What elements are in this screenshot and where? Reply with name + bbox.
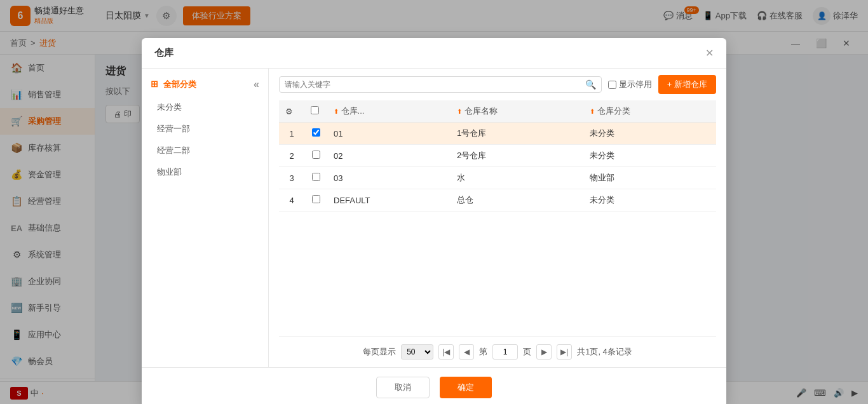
next-page-btn[interactable]: ▶ [536, 344, 552, 360]
table-row[interactable]: 1 01 1号仓库 未分类 [279, 123, 716, 145]
category-header: ⊞ 全部分类 « [142, 75, 268, 97]
row-code: 01 [327, 123, 451, 145]
pagination: 每页显示 50 100 200 |◀ ◀ 第 页 ▶ ▶| 共1页, 4条记录 [279, 336, 716, 367]
row-category: 未分类 [583, 189, 716, 212]
all-category-label[interactable]: 全部分类 [163, 79, 196, 89]
row-name: 1号仓库 [451, 123, 583, 145]
row-name: 总仓 [451, 189, 583, 212]
per-page-select[interactable]: 50 100 200 [401, 344, 433, 360]
row-name: 2号仓库 [451, 145, 583, 167]
table-panel: 🔍 显示停用 + 新增仓库 ⚙ ⬆ 仓 [269, 69, 726, 367]
table-body: 1 01 1号仓库 未分类 2 02 2号仓库 未分类 3 03 水 物业部 4… [279, 123, 716, 212]
table-row[interactable]: 3 03 水 物业部 [279, 167, 716, 189]
sort-icon-cat: ⬆ [590, 108, 595, 115]
table-row[interactable]: 4 DEFAULT 总仓 未分类 [279, 189, 716, 212]
row-num: 3 [279, 167, 304, 189]
warehouse-table: ⚙ ⬆ 仓库... ⬆ 仓库名称 ⬆ [279, 100, 716, 212]
category-panel: ⊞ 全部分类 « 未分类 经营一部 经营二部 物业部 [142, 69, 269, 367]
table-container: ⚙ ⬆ 仓库... ⬆ 仓库名称 ⬆ [279, 100, 716, 332]
row-code: DEFAULT [327, 189, 451, 212]
row-checkbox[interactable] [304, 189, 327, 212]
table-row[interactable]: 2 02 2号仓库 未分类 [279, 145, 716, 167]
row-checkbox[interactable] [304, 123, 327, 145]
row-num: 2 [279, 145, 304, 167]
row-category: 物业部 [583, 167, 716, 189]
category-item-2[interactable]: 经营二部 [142, 140, 268, 161]
search-box: 🔍 [279, 76, 602, 93]
row-code: 03 [327, 167, 451, 189]
dialog-close-icon[interactable]: ✕ [705, 47, 714, 59]
page-label: 第 [479, 346, 487, 358]
warehouse-dialog: 仓库 ✕ ⊞ 全部分类 « 未分类 经营一部 经营二部 物业部 🔍 [142, 38, 726, 404]
show-disabled-text: 显示停用 [619, 79, 652, 90]
category-item-3[interactable]: 物业部 [142, 161, 268, 183]
page-input[interactable] [492, 344, 518, 360]
row-category: 未分类 [583, 145, 716, 167]
row-num: 4 [279, 189, 304, 212]
row-name: 水 [451, 167, 583, 189]
search-icon: 🔍 [585, 79, 596, 90]
last-page-btn[interactable]: ▶| [557, 344, 572, 360]
category-item-0[interactable]: 未分类 [142, 97, 268, 118]
cancel-btn[interactable]: 取消 [376, 377, 430, 398]
grid-icon: ⊞ [151, 79, 158, 89]
row-checkbox[interactable] [304, 145, 327, 167]
sort-icon-code: ⬆ [334, 108, 339, 115]
page-suffix: 页 [523, 346, 531, 358]
th-name: ⬆ 仓库名称 [451, 100, 583, 123]
per-page-label: 每页显示 [363, 346, 396, 358]
dialog-title: 仓库 [154, 47, 173, 59]
table-header-row: ⚙ ⬆ 仓库... ⬆ 仓库名称 ⬆ [279, 100, 716, 123]
select-all-checkbox[interactable] [311, 106, 319, 114]
add-warehouse-btn[interactable]: + 新增仓库 [658, 75, 716, 94]
table-toolbar: 🔍 显示停用 + 新增仓库 [279, 75, 716, 94]
sort-icon-name: ⬆ [457, 108, 462, 115]
confirm-btn[interactable]: 确定 [440, 377, 492, 398]
th-checkbox [304, 100, 327, 123]
row-code: 02 [327, 145, 451, 167]
total-info: 共1页, 4条记录 [577, 346, 632, 358]
row-checkbox[interactable] [304, 167, 327, 189]
category-item-1[interactable]: 经营一部 [142, 118, 268, 140]
th-category: ⬆ 仓库分类 [583, 100, 716, 123]
prev-page-btn[interactable]: ◀ [459, 344, 474, 360]
dialog-footer: 取消 确定 [142, 367, 726, 404]
dialog-header: 仓库 ✕ [142, 38, 726, 69]
collapse-icon[interactable]: « [254, 79, 259, 90]
th-gear: ⚙ [279, 100, 304, 123]
search-input[interactable] [285, 80, 585, 89]
row-num: 1 [279, 123, 304, 145]
show-disabled-checkbox[interactable] [608, 81, 616, 89]
row-category: 未分类 [583, 123, 716, 145]
th-code: ⬆ 仓库... [327, 100, 451, 123]
first-page-btn[interactable]: |◀ [438, 344, 454, 360]
dialog-body: ⊞ 全部分类 « 未分类 经营一部 经营二部 物业部 🔍 显示停用 [142, 69, 726, 367]
show-disabled-label[interactable]: 显示停用 [608, 79, 652, 90]
